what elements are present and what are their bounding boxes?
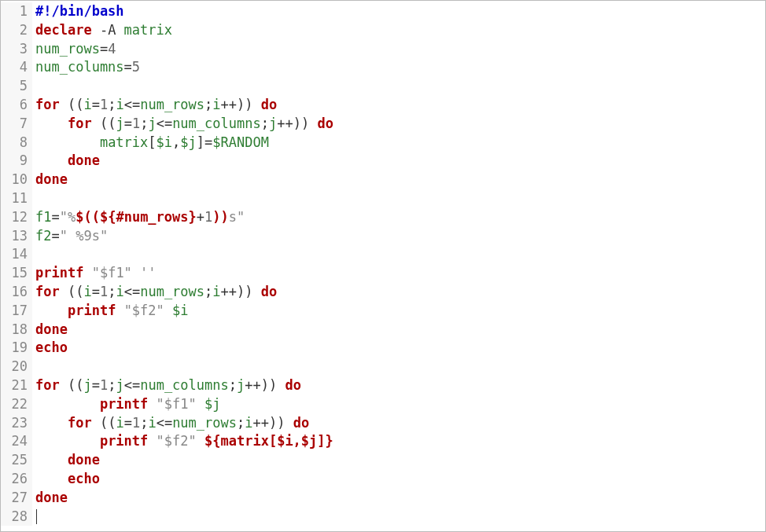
token: num_rows	[172, 415, 237, 431]
token	[35, 415, 68, 431]
token: =	[124, 116, 132, 131]
code-content[interactable]	[32, 508, 765, 526]
code-content[interactable]: done	[32, 451, 765, 470]
code-content[interactable]: for ((i=1;i<=num_rows;i++)) do	[32, 96, 765, 115]
code-content[interactable]: num_rows=4	[32, 40, 765, 59]
line-number: 18	[1, 321, 32, 339]
code-line[interactable]: 2declare -A matrix	[1, 21, 765, 40]
code-line[interactable]: 7 for ((j=1;j<=num_columns;j++)) do	[1, 115, 765, 134]
token: ++))	[221, 284, 261, 299]
token: matrix	[100, 134, 148, 150]
code-line[interactable]: 11	[1, 189, 765, 208]
code-content[interactable]: done	[32, 171, 765, 189]
token: i	[116, 97, 123, 112]
token	[35, 452, 68, 468]
code-line[interactable]: 12f1="%$((${#num_rows}+1))s"	[1, 208, 765, 227]
token: ${	[204, 433, 220, 449]
code-content[interactable]: matrix[$i,$j]=$RANDOM	[32, 134, 765, 152]
code-line[interactable]: 15printf "$f1" ''	[1, 264, 765, 283]
code-line[interactable]: 20	[1, 358, 765, 376]
code-line[interactable]: 10done	[1, 171, 765, 189]
line-number: 9	[1, 152, 32, 171]
token: ''	[140, 265, 156, 281]
line-number: 6	[1, 96, 32, 115]
code-content[interactable]: printf "$f1" ''	[32, 264, 765, 283]
token: printf	[68, 303, 116, 318]
token: i	[212, 97, 220, 112]
line-number: 15	[1, 264, 32, 283]
code-line[interactable]: 13f2=" %9s"	[1, 227, 765, 246]
code-content[interactable]: num_columns=5	[32, 58, 765, 77]
token: 1	[204, 209, 212, 225]
code-content[interactable]: echo	[32, 470, 765, 489]
code-line[interactable]: 26 echo	[1, 470, 765, 489]
line-number: 20	[1, 358, 32, 376]
code-line[interactable]: 5	[1, 77, 765, 96]
token	[35, 152, 68, 168]
code-line[interactable]: 16for ((i=1;i<=num_rows;i++)) do	[1, 283, 765, 302]
token: echo	[35, 339, 68, 355]
line-number: 7	[1, 115, 32, 134]
code-line[interactable]: 17 printf "$f2" $i	[1, 302, 765, 321]
code-line[interactable]: 24 printf "$f2" ${matrix[$i,$j]}	[1, 432, 765, 451]
line-number: 10	[1, 171, 32, 189]
code-line[interactable]: 8 matrix[$i,$j]=$RANDOM	[1, 134, 765, 152]
code-content[interactable]: for ((j=1;j<=num_columns;j++)) do	[32, 376, 765, 395]
token: $((	[75, 209, 100, 225]
code-line[interactable]: 25 done	[1, 451, 765, 470]
token: 1	[132, 415, 140, 431]
code-content[interactable]: done	[32, 321, 765, 339]
code-content[interactable]: printf "$f1" $j	[32, 395, 765, 414]
token	[35, 471, 68, 486]
code-line[interactable]: 14	[1, 245, 765, 264]
code-line[interactable]: 9 done	[1, 152, 765, 171]
line-number: 14	[1, 245, 32, 264]
code-area[interactable]: 1#!/bin/bash2declare -A matrix3num_rows=…	[1, 1, 765, 526]
code-content[interactable]: printf "$f2" ${matrix[$i,$j]}	[32, 432, 765, 451]
code-content[interactable]: echo	[32, 339, 765, 358]
token: f1	[35, 209, 51, 225]
code-line[interactable]: 23 for ((i=1;i<=num_rows;i++)) do	[1, 414, 765, 433]
line-number: 16	[1, 283, 32, 302]
token: ;	[204, 97, 212, 112]
token: ))	[212, 209, 228, 225]
code-content[interactable]: printf "$f2" $i	[32, 302, 765, 321]
code-line[interactable]: 1#!/bin/bash	[1, 2, 765, 21]
code-line[interactable]: 4num_columns=5	[1, 58, 765, 77]
code-line[interactable]: 22 printf "$f1" $j	[1, 395, 765, 414]
code-line[interactable]: 3num_rows=4	[1, 40, 765, 59]
token	[35, 433, 100, 449]
code-content[interactable]: done	[32, 489, 765, 508]
code-line[interactable]: 19echo	[1, 339, 765, 358]
token: j	[237, 377, 245, 393]
token: j	[116, 116, 123, 131]
line-number: 11	[1, 189, 32, 208]
code-line[interactable]: 21for ((j=1;j<=num_columns;j++)) do	[1, 376, 765, 395]
code-content[interactable]: for ((j=1;j<=num_columns;j++)) do	[32, 115, 765, 134]
token: j	[83, 377, 91, 393]
token: "%	[60, 209, 75, 225]
token: num_rows	[140, 97, 204, 112]
code-content[interactable]: #!/bin/bash	[32, 2, 765, 21]
token: "$f2"	[157, 433, 197, 449]
token: <=	[157, 116, 172, 131]
token: do	[285, 377, 300, 393]
code-content[interactable]: for ((i=1;i<=num_rows;i++)) do	[32, 283, 765, 302]
token: ;	[204, 284, 212, 299]
line-number: 25	[1, 451, 32, 470]
code-content[interactable]: f2=" %9s"	[32, 227, 765, 246]
code-content[interactable]: f1="%$((${#num_rows}+1))s"	[32, 208, 765, 227]
code-editor[interactable]: 1#!/bin/bash2declare -A matrix3num_rows=…	[0, 0, 766, 532]
code-content[interactable]: declare -A matrix	[32, 21, 765, 40]
token: ${	[100, 209, 116, 225]
token: declare	[35, 22, 92, 38]
code-line[interactable]: 6for ((i=1;i<=num_rows;i++)) do	[1, 96, 765, 115]
code-content[interactable]: done	[32, 152, 765, 171]
code-line[interactable]: 18done	[1, 321, 765, 339]
code-line[interactable]: 27done	[1, 489, 765, 508]
code-content[interactable]: for ((i=1;i<=num_rows;i++)) do	[32, 414, 765, 433]
code-line[interactable]: 28	[1, 508, 765, 526]
token: "$f1"	[157, 396, 197, 412]
token: =	[51, 228, 59, 244]
token	[148, 396, 156, 412]
